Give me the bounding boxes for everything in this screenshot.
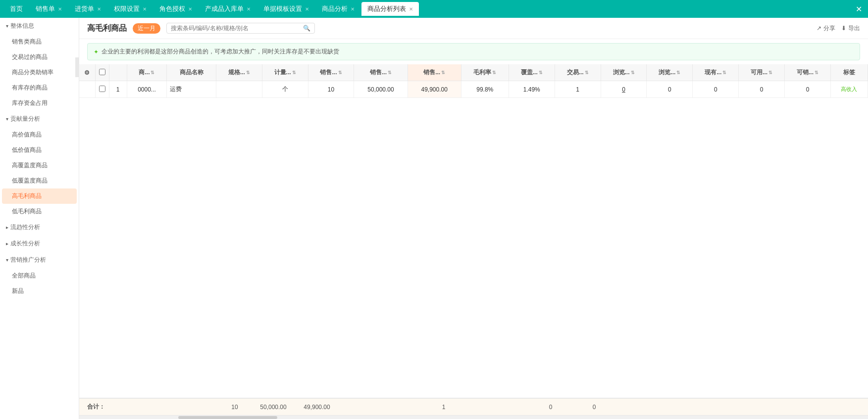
sidebar-item-new-goods[interactable]: 新品 (0, 283, 79, 299)
tab-close-icon[interactable]: ✕ (409, 6, 413, 12)
col-browse1: 浏览... ⇅ (601, 64, 647, 81)
tab-role[interactable]: 角色授权 ✕ (153, 2, 198, 16)
header-actions: ↗ 分享 ⬇ 导出 (817, 24, 860, 33)
sidebar-item-low-coverage[interactable]: 低覆盖度商品 (0, 173, 79, 188)
tab-close-icon[interactable]: ✕ (58, 6, 62, 12)
sort-icon[interactable]: ⇅ (631, 70, 635, 75)
tab-permission[interactable]: 权限设置 ✕ (108, 2, 153, 16)
col-spec: 规格... ⇅ (216, 64, 262, 81)
col-current-stock: 现有... ⇅ (693, 64, 739, 81)
sidebar: ▾ 整体信息 销售类商品 交易过的商品 商品分类助销率 有库存的商品 库存资金占… (0, 18, 79, 419)
export-icon: ⬇ (841, 25, 846, 32)
content-area: 高毛利商品 近一月 🔍 ↗ 分享 ⬇ 导出 ✦ 企业的主要的利润都是这部分商品创… (79, 18, 868, 419)
chevron-right-icon: ▸ (6, 241, 8, 246)
sort-icon[interactable]: ⇅ (539, 70, 543, 75)
sort-icon[interactable]: ⇅ (246, 70, 250, 75)
cell-current-stock: 0 (693, 81, 739, 98)
tab-close-icon[interactable]: ✕ (143, 6, 147, 12)
row-checkbox[interactable] (99, 86, 105, 92)
cell-available-stock: 0 (739, 81, 785, 98)
sort-icon[interactable]: ⇅ (492, 70, 496, 75)
scrollbar-thumb[interactable] (178, 416, 277, 419)
tab-close-icon[interactable]: ✕ (305, 6, 309, 12)
filter-recent-month-button[interactable]: 近一月 (133, 23, 160, 34)
table-header-row: ⚙ 商... ⇅ (79, 64, 868, 81)
sort-icon[interactable]: ⇅ (768, 70, 772, 75)
sidebar-group-contribution[interactable]: ▾ 贡献量分析 (0, 111, 79, 127)
select-all-checkbox[interactable] (99, 69, 105, 75)
export-button[interactable]: ⬇ 导出 (841, 24, 860, 33)
cell-sales-qty: 10 (308, 81, 354, 98)
sidebar-collapse-button[interactable]: 《 (75, 57, 79, 77)
sort-icon[interactable]: ⇅ (815, 70, 818, 75)
top-nav: 首页 销售单 ✕ 进货单 ✕ 权限设置 ✕ 角色授权 ✕ 产成品入库单 ✕ 单据… (0, 0, 868, 18)
tab-production[interactable]: 产成品入库单 ✕ (199, 2, 256, 16)
sort-icon[interactable]: ⇅ (441, 70, 445, 75)
sidebar-group-trend[interactable]: ▸ 流趋性分析 (0, 219, 79, 235)
window-close-button[interactable]: ✕ (854, 2, 864, 16)
sort-icon[interactable]: ⇅ (388, 70, 392, 75)
sort-icon[interactable]: ⇅ (338, 70, 342, 75)
sidebar-item-category-rate[interactable]: 商品分类助销率 (0, 65, 79, 80)
table-row: 1 0000... 运费 个 (79, 81, 868, 98)
sort-icon[interactable]: ⇅ (585, 70, 589, 75)
cell-settings (79, 81, 95, 98)
col-settings: ⚙ (79, 64, 95, 81)
tab-close-icon[interactable]: ✕ (97, 6, 101, 12)
settings-icon[interactable]: ⚙ (84, 69, 90, 76)
cell-tag: 高收入 (830, 81, 868, 98)
sidebar-item-all-goods[interactable]: 全部商品 (0, 268, 79, 283)
search-input[interactable] (171, 25, 301, 32)
cell-browse1: 0 (601, 81, 647, 98)
tab-home[interactable]: 首页 (4, 2, 29, 16)
col-available-stock: 可用... ⇅ (739, 64, 785, 81)
sidebar-item-high-value[interactable]: 高价值商品 (0, 127, 79, 142)
sort-icon[interactable]: ⇅ (292, 70, 296, 75)
footer-available-stock: 0 (574, 404, 614, 411)
tab-analysis-list[interactable]: 商品分析列表 ✕ (361, 2, 419, 16)
tab-analysis[interactable]: 商品分析 ✕ (316, 2, 360, 16)
sidebar-item-high-coverage[interactable]: 高覆盖度商品 (0, 158, 79, 173)
col-sales-amount: 销售... ⇅ (354, 64, 408, 81)
search-box: 🔍 (166, 23, 315, 34)
sidebar-item-high-margin[interactable]: 高毛利商品 (2, 188, 77, 204)
search-icon[interactable]: 🔍 (303, 25, 310, 32)
tab-close-icon[interactable]: ✕ (351, 6, 355, 12)
tab-template[interactable]: 单据模板设置 ✕ (257, 2, 315, 16)
content-header: 高毛利商品 近一月 🔍 ↗ 分享 ⬇ 导出 (79, 18, 868, 39)
cell-sales-amount: 50,000.00 (354, 81, 408, 98)
sidebar-item-stock-capital[interactable]: 库存资金占用 (0, 95, 79, 111)
tab-purchase[interactable]: 进货单 ✕ (69, 2, 107, 16)
col-name: 商品名称 (167, 64, 216, 81)
cell-transactions: 1 (555, 81, 601, 98)
sidebar-item-low-value[interactable]: 低价值商品 (0, 142, 79, 158)
col-gross-margin: 毛利率 ⇅ (461, 64, 509, 81)
col-sellable-stock: 可销... ⇅ (785, 64, 831, 81)
cell-unit: 个 (262, 81, 308, 98)
sidebar-item-low-margin[interactable]: 低毛利商品 (0, 204, 79, 219)
sidebar-item-sales-goods[interactable]: 销售类商品 (0, 34, 79, 49)
sidebar-item-in-stock[interactable]: 有库存的商品 (0, 80, 79, 95)
tab-close-icon[interactable]: ✕ (247, 6, 251, 12)
sort-icon[interactable]: ⇅ (722, 70, 726, 75)
cell-code: 0000... (127, 81, 167, 98)
sidebar-group-overall[interactable]: ▾ 整体信息 (0, 18, 79, 34)
col-coverage: 覆盖... ⇅ (509, 64, 555, 81)
footer-current-stock: 0 (531, 404, 570, 411)
horizontal-scrollbar[interactable] (79, 415, 868, 419)
share-button[interactable]: ↗ 分享 (817, 24, 835, 33)
sort-icon[interactable]: ⇅ (676, 70, 680, 75)
sidebar-item-traded-goods[interactable]: 交易过的商品 (0, 49, 79, 65)
col-code: 商... ⇅ (127, 64, 167, 81)
tab-close-icon[interactable]: ✕ (188, 6, 192, 12)
sort-icon[interactable]: ⇅ (151, 70, 154, 75)
cell-checkbox (95, 81, 109, 98)
browse1-link[interactable]: 0 (622, 86, 625, 93)
chevron-down-icon: ▾ (6, 257, 8, 263)
info-banner: ✦ 企业的主要的利润都是这部分商品创造的，可考虑加大推广，同时关注库存是不要出现… (87, 43, 860, 60)
col-unit: 计量... ⇅ (262, 64, 308, 81)
cell-sales-profit: 49,900.00 (408, 81, 461, 98)
tab-sales[interactable]: 销售单 ✕ (30, 2, 68, 16)
sidebar-group-marketing[interactable]: ▾ 营销推广分析 (0, 252, 79, 268)
sidebar-group-growth[interactable]: ▸ 成长性分析 (0, 235, 79, 252)
